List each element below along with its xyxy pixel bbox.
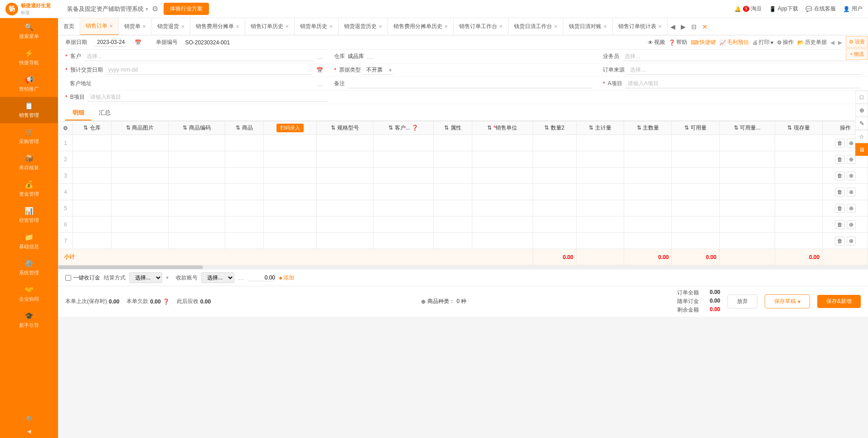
row-warehouse-1[interactable] — [73, 135, 112, 151]
tab-sales-refund[interactable]: 销货退货 ✕ — [152, 18, 190, 35]
row-product-name-6[interactable] — [225, 217, 264, 233]
order-source-input[interactable] — [627, 65, 861, 75]
row-product-image-4[interactable] — [112, 184, 169, 200]
row-main-qty-1[interactable] — [624, 135, 672, 151]
row-attr-3[interactable] — [434, 168, 472, 184]
sidebar-item-quicknav[interactable]: ⚡ 快捷导航 — [0, 44, 58, 71]
row-avail2-6[interactable] — [719, 217, 775, 233]
tab-close-order-history[interactable]: ✕ — [285, 24, 289, 29]
row-avail-3[interactable] — [672, 168, 719, 184]
add-btn[interactable]: ● 添加 — [279, 274, 294, 282]
row-scan-7[interactable] — [264, 233, 317, 249]
payment-method-select[interactable]: 选择... — [129, 272, 162, 283]
tab-close-returns-history[interactable]: ✕ — [329, 24, 333, 29]
row-product-name-7[interactable] — [225, 233, 264, 249]
tab-order-history[interactable]: 销售订单历史 ✕ — [245, 18, 295, 35]
row-avail-6[interactable] — [672, 217, 719, 233]
row-main-unit-7[interactable] — [576, 233, 624, 249]
inner-tab-summary[interactable]: 汇总 — [92, 106, 118, 120]
product-types-icon[interactable]: ⊕ — [421, 298, 426, 305]
row-main-unit-2[interactable] — [576, 151, 624, 168]
one-click-checkbox-label[interactable]: 一键收订金 — [65, 274, 100, 282]
gear-icon[interactable]: ⚙ — [152, 5, 158, 13]
row-product-name-3[interactable] — [225, 168, 264, 184]
row-warehouse-7[interactable] — [73, 233, 112, 249]
row-customer-6[interactable] — [373, 217, 434, 233]
row-warehouse-4[interactable] — [73, 184, 112, 200]
row-copy-7[interactable]: ⊕ — [847, 236, 856, 245]
row-delete-7[interactable]: 🗑 — [835, 236, 845, 245]
row-attr-4[interactable] — [434, 184, 472, 200]
help-btn[interactable]: ❓ 帮助 — [669, 39, 687, 46]
sidebar-item-system[interactable]: ⚙️ 系统管理 — [0, 255, 58, 281]
tab-expense-history[interactable]: 销售费用分摊单历史 ✕ — [388, 18, 454, 35]
tab-menu-btn[interactable]: ⊟ — [689, 23, 699, 30]
row-product-code-5[interactable] — [168, 200, 225, 217]
tab-cash-reconcile[interactable]: 钱货日清对账 ✕ — [563, 18, 613, 35]
row-product-code-7[interactable] — [168, 233, 225, 249]
save-draft-button[interactable]: 保存草稿 ▾ — [765, 294, 810, 308]
tab-refund-history[interactable]: 销货退货历史 ✕ — [339, 18, 388, 35]
right-logistics-btn[interactable]: + 物流 — [846, 48, 868, 60]
delivery-date-input[interactable] — [106, 65, 312, 75]
tab-close-expense-history[interactable]: ✕ — [444, 24, 448, 29]
customer-input[interactable] — [84, 52, 314, 61]
row-spec-7[interactable] — [316, 233, 373, 249]
row-qty2-5[interactable] — [533, 200, 576, 217]
sidebar-item-basic[interactable]: 📁 基础信息 — [0, 228, 58, 255]
row-avail2-5[interactable] — [719, 200, 775, 217]
row-scan-3[interactable] — [264, 168, 317, 184]
row-main-unit-4[interactable] — [576, 184, 624, 200]
right-float-btn-3[interactable]: ✎ — [855, 117, 868, 130]
row-scan-6[interactable] — [264, 217, 317, 233]
row-main-qty-3[interactable] — [624, 168, 672, 184]
tab-returns-history[interactable]: 销货单历史 ✕ — [295, 18, 339, 35]
row-unit-4[interactable] — [472, 184, 533, 200]
row-unit-6[interactable] — [472, 217, 533, 233]
row-product-code-3[interactable] — [168, 168, 225, 184]
row-spec-6[interactable] — [316, 217, 373, 233]
row-main-qty-5[interactable] — [624, 200, 672, 217]
trial-btn[interactable]: 体验行业方案 — [164, 3, 209, 15]
row-stock-1[interactable] — [775, 135, 822, 151]
row-spec-3[interactable] — [316, 168, 373, 184]
row-stock-3[interactable] — [775, 168, 822, 184]
user-menu-btn[interactable]: 👤 用户 — [843, 5, 863, 13]
row-delete-6[interactable]: 🗑 — [835, 220, 845, 229]
row-copy-2[interactable]: ⊕ — [847, 155, 856, 164]
row-warehouse-5[interactable] — [73, 200, 112, 217]
sidebar-item-purchase[interactable]: 🛒 采购管理 — [0, 123, 58, 149]
online-support-btn[interactable]: 💬 在线客服 — [805, 5, 836, 13]
row-stock-4[interactable] — [775, 184, 822, 200]
sidebar-collapse-btn[interactable]: ◀ — [0, 425, 58, 438]
sidebar-item-cooperation[interactable]: 🤝 企业协同 — [0, 281, 58, 307]
row-product-image-2[interactable] — [112, 151, 169, 168]
row-actions-3[interactable]: 🗑 ⊕ — [823, 168, 868, 184]
tab-close-all-btn[interactable]: ✕ — [699, 23, 710, 30]
row-scan-2[interactable] — [264, 151, 317, 168]
operations-btn[interactable]: ⚙ 操作 — [777, 39, 794, 46]
row-attr-2[interactable] — [434, 151, 472, 168]
row-actions-6[interactable]: 🗑 ⊕ — [823, 217, 868, 233]
row-copy-3[interactable]: ⊕ — [847, 171, 856, 180]
tab-close-refund-history[interactable]: ✕ — [378, 24, 382, 29]
row-spec-2[interactable] — [316, 151, 373, 168]
tab-close-sales-order[interactable]: ✕ — [109, 24, 113, 29]
tab-sales-order[interactable]: 销售订单 ✕ — [80, 18, 119, 35]
row-spec-5[interactable] — [316, 200, 373, 217]
scan-btn[interactable]: 扫码录入 — [276, 124, 304, 132]
profit-btn[interactable]: 📈 毛利预估 — [719, 39, 749, 46]
sidebar-item-guide[interactable]: 🎓 新手引导 — [0, 307, 58, 333]
row-attr-5[interactable] — [434, 200, 472, 217]
tab-close-sales-stats[interactable]: ✕ — [658, 24, 662, 29]
row-attr-6[interactable] — [434, 217, 472, 233]
row-product-image-3[interactable] — [112, 168, 169, 184]
col-settings[interactable]: ⚙ — [58, 121, 73, 135]
amount-input[interactable] — [248, 274, 275, 281]
row-qty2-1[interactable] — [533, 135, 576, 151]
b-project-input[interactable] — [87, 92, 328, 102]
salesperson-input[interactable] — [622, 52, 861, 61]
row-unit-3[interactable] — [472, 168, 533, 184]
print-btn[interactable]: 🖨 打印 ▾ — [752, 39, 773, 46]
row-main-unit-1[interactable] — [576, 135, 624, 151]
